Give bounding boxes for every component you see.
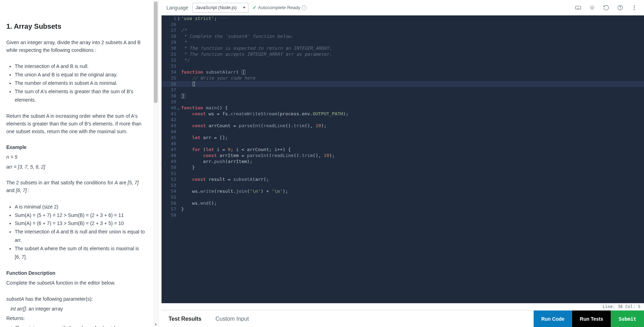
scroll-down-arrow[interactable]: ▼ <box>153 322 158 327</box>
code-line[interactable]: 54 ws.write(result.join('\n') + '\n'); <box>162 188 644 194</box>
language-label: Language <box>166 5 188 11</box>
autocomplete-status: ✓ Autocomplete Ready i <box>253 5 307 10</box>
scroll-thumb[interactable] <box>154 1 158 103</box>
keyboard-icon[interactable] <box>573 3 583 13</box>
more-menu-icon[interactable] <box>629 3 639 13</box>
code-line[interactable]: 48 const arrItem = parseInt(readLine().t… <box>162 152 644 158</box>
svg-point-16 <box>620 9 621 9</box>
code-line[interactable]: 55 <box>162 194 644 200</box>
check-icon: ✓ <box>253 5 256 10</box>
submit-button[interactable]: Submit <box>611 311 644 327</box>
returns-header: Returns: <box>6 315 145 322</box>
returns-line: int[] : an integer array with the values… <box>6 325 145 327</box>
code-line[interactable]: 56 ws.end(); <box>162 200 644 206</box>
info-icon[interactable]: i <box>302 5 307 10</box>
code-line[interactable]: 29 * <box>162 39 644 45</box>
code-line[interactable]: 26 <box>162 21 644 27</box>
run-tests-button[interactable]: Run Tests <box>572 311 611 327</box>
svg-point-19 <box>634 9 635 10</box>
code-line[interactable]: 52 const result = subsetA(arr); <box>162 176 644 182</box>
svg-point-17 <box>634 5 635 6</box>
code-line[interactable]: 58 <box>162 212 644 218</box>
reset-icon[interactable] <box>601 3 611 13</box>
svg-line-13 <box>590 9 590 9</box>
code-line[interactable]: 39 <box>162 99 644 105</box>
code-line[interactable]: 33 <box>162 63 644 69</box>
code-line[interactable]: 50 } <box>162 164 644 170</box>
code-line[interactable]: 32 */ <box>162 57 644 63</box>
example-bullet: Sum(A) = (6 + 7) = 13 > Sum(B) = (2 + 3 … <box>15 219 145 228</box>
problem-title: 1. Array Subsets <box>6 22 145 30</box>
code-line[interactable]: 49 arr.push(arrItem); <box>162 158 644 164</box>
editor-panel: Language JavaScript (Node.js) ✓ Autocomp… <box>162 0 644 327</box>
pane-resize-handle[interactable]: ⋮⋮⋮ <box>159 0 162 327</box>
code-line[interactable]: 34function subsetA(arr) { <box>162 69 644 75</box>
code-line[interactable]: 38} <box>162 93 644 99</box>
code-line[interactable]: 42 <box>162 117 644 123</box>
params-intro: subsetA has the following parameter(s): <box>6 295 145 303</box>
editor-statusbar: Line: 36 Col: 5 <box>162 303 644 310</box>
problem-panel: 1. Array Subsets Given an integer array,… <box>0 0 159 327</box>
svg-rect-0 <box>576 6 581 9</box>
code-line[interactable]: 31 * The function accepts INTEGER_ARRAY … <box>162 51 644 57</box>
param-line: int arr[]: an integer array <box>6 305 145 313</box>
code-line[interactable]: 53 <box>162 182 644 188</box>
code-line[interactable]: 57} <box>162 206 644 212</box>
condition-item: The intersection of A and B is null. <box>15 62 145 71</box>
example-intro: The 2 subsets in arr that satisfy the co… <box>6 179 145 194</box>
conditions-list: The intersection of A and B is null. The… <box>15 62 145 104</box>
code-line[interactable]: 30 * The function is expected to return … <box>162 45 644 51</box>
code-line[interactable]: 45 let arr = []; <box>162 135 644 141</box>
code-line[interactable]: 51 <box>162 170 644 176</box>
condition-item: The sum of A's elements is greater than … <box>15 88 145 104</box>
run-code-button[interactable]: Run Code <box>534 311 572 327</box>
code-line[interactable]: 1❯'use strict'; ··· <box>162 15 644 21</box>
example-bullet: Sum(A) = (5 + 7) = 12 > Sum(B) = (2 + 3 … <box>15 211 145 220</box>
example-header: Example <box>6 144 145 151</box>
code-line[interactable]: 36 <box>162 81 644 87</box>
code-line[interactable]: 47 for (let i = 0; i < arrCount; i++) { <box>162 147 644 152</box>
example-n: n = 5 <box>6 154 18 160</box>
example-bullet: The subset A where the sum of its elemen… <box>15 245 145 261</box>
svg-point-6 <box>591 7 593 9</box>
left-scrollbar[interactable]: ▲ ▼ <box>153 0 158 327</box>
function-description: Complete the subsetA function in the edi… <box>6 279 145 287</box>
code-line[interactable]: 46 <box>162 141 644 147</box>
tab-test-results[interactable]: Test Results <box>162 311 208 327</box>
bottom-bar: Test Results Custom Input Run Code Run T… <box>162 310 644 327</box>
example-bullet: A is minimal (size 2) <box>15 203 145 211</box>
svg-line-12 <box>594 9 594 9</box>
code-line[interactable]: 35 // Write your code here <box>162 75 644 81</box>
language-select[interactable]: JavaScript (Node.js) <box>192 3 248 13</box>
editor-topbar: Language JavaScript (Node.js) ✓ Autocomp… <box>162 0 644 15</box>
code-line[interactable]: 43 const arrCount = parseInt(readLine().… <box>162 123 644 129</box>
svg-line-14 <box>594 6 594 6</box>
code-line[interactable]: 41 const ws = fs.createWriteStream(proce… <box>162 111 644 117</box>
svg-point-18 <box>634 7 635 8</box>
code-line[interactable]: 44 <box>162 129 644 135</box>
condition-item: The number of elements in subset A is mi… <box>15 79 145 88</box>
code-line[interactable]: 27/* <box>162 27 644 33</box>
problem-scroll[interactable]: 1. Array Subsets Given an integer array,… <box>0 0 153 327</box>
theme-toggle-icon[interactable] <box>587 3 597 13</box>
code-line[interactable]: 37 <box>162 87 644 93</box>
condition-item: The union A and B is equal to the origin… <box>15 71 145 79</box>
code-line[interactable]: 40⌄function main() { <box>162 105 644 111</box>
intro-text: Given an integer array, divide the array… <box>6 39 145 54</box>
code-editor[interactable]: 1❯'use strict'; ···2627/*28 * Complete t… <box>162 15 644 303</box>
help-icon[interactable] <box>615 3 625 13</box>
tab-custom-input[interactable]: Custom Input <box>208 311 256 327</box>
example-bullet: The intersection of A and B is null and … <box>15 228 145 245</box>
example-arr: arr = [3, 7, 5, 6, 2] <box>6 164 45 170</box>
cursor-position: Line: 36 Col: 5 <box>603 304 640 309</box>
code-line[interactable]: 28 * Complete the 'subsetA' function bel… <box>162 33 644 39</box>
function-description-header: Function Description <box>6 270 145 277</box>
svg-line-11 <box>590 6 590 6</box>
example-bullets: A is minimal (size 2) Sum(A) = (5 + 7) =… <box>15 203 145 261</box>
return-paragraph: Return the subset A in increasing order … <box>6 113 145 135</box>
